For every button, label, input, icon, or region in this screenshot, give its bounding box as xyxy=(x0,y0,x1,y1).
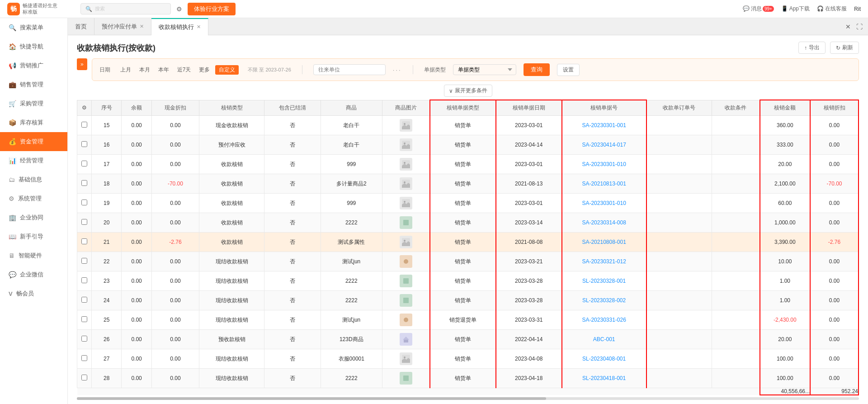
row-checkbox[interactable] xyxy=(81,277,87,283)
top-search-box[interactable]: 🔍 搜索 xyxy=(80,3,171,14)
cell-gear[interactable] xyxy=(77,116,92,135)
cell-verify-bill-no[interactable]: SL-20230328-002 xyxy=(562,291,646,310)
bill-no-link[interactable]: SA-20210808-001 xyxy=(582,239,626,245)
bill-no-link[interactable]: SA-20230301-001 xyxy=(582,122,626,128)
cell-gear[interactable] xyxy=(77,135,92,155)
row-checkbox[interactable] xyxy=(81,355,87,361)
sidebar-item-purchase[interactable]: 🛒 采购管理 xyxy=(0,94,67,113)
cell-gear[interactable] xyxy=(77,291,92,310)
date-btn-this-month[interactable]: 本月 xyxy=(137,65,153,75)
cell-gear[interactable] xyxy=(77,369,92,388)
cell-verify-bill-no[interactable]: SA-20230331-026 xyxy=(562,310,646,330)
sidebar-item-search[interactable]: 🔍 搜索菜单 xyxy=(0,18,67,37)
bill-no-link[interactable]: ABC-001 xyxy=(593,336,615,342)
row-checkbox[interactable] xyxy=(81,297,87,303)
tab-collect[interactable]: 收款核销执行 ✕ xyxy=(151,18,208,35)
sidebar-item-operation[interactable]: 📊 经营管理 xyxy=(0,151,67,170)
row-checkbox[interactable] xyxy=(81,122,87,128)
sidebar-item-member[interactable]: V 畅会员 xyxy=(0,284,67,303)
bill-no-link[interactable]: SA-20230314-008 xyxy=(582,219,626,226)
cell-gear[interactable] xyxy=(77,271,92,291)
export-button[interactable]: ↑ 导出 xyxy=(798,42,826,54)
tab-home[interactable]: 首页 xyxy=(68,18,94,35)
cell-gear[interactable] xyxy=(77,213,92,233)
cell-verify-bill-no[interactable]: SL-20230328-001 xyxy=(562,271,646,291)
filter-settings-button[interactable]: 设置 xyxy=(557,64,580,76)
tab-maximize-button[interactable]: ⛶ xyxy=(854,22,864,31)
online-service-link[interactable]: 🎧 在线客服 xyxy=(817,5,847,13)
cell-gear[interactable] xyxy=(77,194,92,213)
tab-close-all-button[interactable]: ✕ xyxy=(844,22,853,31)
cell-verify-bill-no[interactable]: SL-20230408-001 xyxy=(562,349,646,369)
message-icon[interactable]: 💬 消息99+ xyxy=(743,5,774,13)
cell-verify-bill-no[interactable]: SA-20230314-008 xyxy=(562,213,646,233)
cell-gear[interactable] xyxy=(77,174,92,194)
user-name[interactable]: Rit xyxy=(854,6,861,12)
bill-no-link[interactable]: SA-20230301-010 xyxy=(582,161,626,167)
bill-no-link[interactable]: SL-20230328-001 xyxy=(582,278,626,284)
bill-no-link[interactable]: SA-20230331-026 xyxy=(582,317,626,323)
row-checkbox[interactable] xyxy=(81,336,87,342)
cell-verify-bill-no[interactable]: SA-20210808-001 xyxy=(562,233,646,252)
bill-no-link[interactable]: SA-20230301-010 xyxy=(582,200,626,206)
sidebar-item-system[interactable]: ⚙ 系统管理 xyxy=(0,189,67,208)
sidebar-item-inventory[interactable]: 📦 库存核算 xyxy=(0,113,67,132)
cell-gear[interactable] xyxy=(77,310,92,330)
row-checkbox[interactable] xyxy=(81,161,87,166)
row-checkbox[interactable] xyxy=(81,219,87,225)
sidebar-item-shortcut[interactable]: 🏠 快捷导航 xyxy=(0,37,67,56)
sidebar-item-basic[interactable]: 🗂 基础信息 xyxy=(0,170,67,189)
app-download-link[interactable]: 📱 App下载 xyxy=(781,5,810,13)
cell-gear[interactable] xyxy=(77,349,92,369)
cell-verify-bill-no[interactable]: ABC-001 xyxy=(562,330,646,349)
row-checkbox[interactable] xyxy=(81,258,87,264)
bill-no-link[interactable]: SA-20230321-012 xyxy=(582,258,626,265)
horizontal-scrollbar[interactable] xyxy=(77,397,859,400)
cell-gear[interactable] xyxy=(77,155,92,174)
sidebar-item-marketing[interactable]: 📢 营销推广 xyxy=(0,56,67,75)
refresh-button[interactable]: ↻ 刷新 xyxy=(830,42,859,54)
sidebar-item-enterprise[interactable]: 🏢 企业协同 xyxy=(0,208,67,227)
voucher-type-select[interactable]: 单据类型 xyxy=(453,64,516,75)
date-btn-7days[interactable]: 近7天 xyxy=(175,65,194,75)
tab-collect-close[interactable]: ✕ xyxy=(197,24,201,30)
sidebar-item-finance[interactable]: 💰 资金管理 xyxy=(0,132,67,151)
date-btn-this-year[interactable]: 本年 xyxy=(156,65,172,75)
row-checkbox[interactable] xyxy=(81,180,87,186)
date-btn-custom[interactable]: 自定义 xyxy=(215,65,239,75)
sidebar-item-sales[interactable]: 💼 销售管理 xyxy=(0,75,67,94)
sidebar-item-guide[interactable]: 📖 新手引导 xyxy=(0,227,67,246)
bill-no-link[interactable]: SL-20230418-001 xyxy=(582,375,626,381)
row-checkbox[interactable] xyxy=(81,200,87,205)
col-header-gear[interactable]: ⚙ xyxy=(77,100,92,116)
row-checkbox[interactable] xyxy=(81,316,87,322)
cell-verify-bill-no[interactable]: SA-20230301-001 xyxy=(562,116,646,135)
collapse-filter-button[interactable]: » xyxy=(77,58,87,70)
bill-no-link[interactable]: SA-20210813-001 xyxy=(582,181,626,187)
cell-gear[interactable] xyxy=(77,252,92,271)
bill-no-link[interactable]: SL-20230328-002 xyxy=(582,297,626,304)
sidebar-item-hardware[interactable]: 🖥 智能硬件 xyxy=(0,246,67,265)
cell-verify-bill-no[interactable]: SA-20230414-017 xyxy=(562,135,646,155)
partner-filter-input[interactable] xyxy=(313,64,386,75)
date-btn-more[interactable]: 更多 xyxy=(196,65,212,75)
row-checkbox[interactable] xyxy=(81,375,87,380)
cell-verify-bill-no[interactable]: SA-20230321-012 xyxy=(562,252,646,271)
expand-more-button[interactable]: ∨ 展开更多条件 xyxy=(444,85,492,97)
query-button[interactable]: 查询 xyxy=(524,63,550,76)
tab-prepay-close[interactable]: ✕ xyxy=(140,24,144,29)
cell-gear[interactable] xyxy=(77,330,92,349)
cell-verify-bill-no[interactable]: SA-20210813-001 xyxy=(562,174,646,194)
cell-verify-bill-no[interactable]: SA-20230301-010 xyxy=(562,194,646,213)
row-checkbox[interactable] xyxy=(81,141,87,147)
bill-no-link[interactable]: SA-20230414-017 xyxy=(582,142,626,148)
cell-verify-bill-no[interactable]: SL-20230418-001 xyxy=(562,369,646,388)
scrollbar-thumb[interactable] xyxy=(77,397,546,400)
tab-prepay[interactable]: 预付冲应付单 ✕ xyxy=(94,18,151,35)
cell-gear[interactable] xyxy=(77,233,92,252)
solution-button[interactable]: 体验行业方案 xyxy=(188,3,236,15)
cell-verify-bill-no[interactable]: SA-20230301-010 xyxy=(562,155,646,174)
row-checkbox[interactable] xyxy=(81,238,87,244)
bill-no-link[interactable]: SL-20230408-001 xyxy=(582,356,626,362)
date-btn-last-month[interactable]: 上月 xyxy=(118,65,134,75)
